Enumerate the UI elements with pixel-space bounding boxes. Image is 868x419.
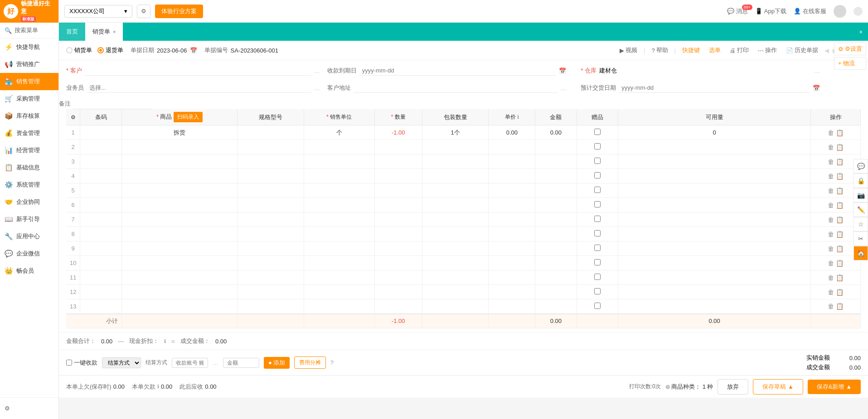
app-download-link[interactable]: 📱 App下载 [755,7,786,15]
operation-button[interactable]: ⋯ 操作 [755,45,780,55]
expected-date-input[interactable] [619,83,810,93]
tab-home[interactable]: 首页 [59,23,85,41]
online-service-link[interactable]: 👤 在线客服 [794,7,826,15]
sidebar-item-apps[interactable]: 🔧 应用中心 [0,228,58,245]
sidebar-item-collab[interactable]: 🤝 企业协同 [0,193,58,211]
delete-row-icon[interactable]: 🗑 [828,274,834,281]
select-button[interactable]: 选单 [706,45,723,55]
tab-sales-order[interactable]: 销货单 × [85,23,123,41]
gift-checkbox-2[interactable] [594,158,601,164]
delete-row-icon[interactable]: 🗑 [828,289,834,296]
save-new-button[interactable]: 保存&新增 ▲ [808,380,861,394]
sidebar-item-quick-nav[interactable]: ⚡ 快捷导航 [0,39,58,56]
payment-method-select[interactable]: 结算方式 [102,357,141,368]
payment-date-input[interactable] [359,66,557,76]
scan-button[interactable]: 扫码录入 [174,112,203,122]
notes-input[interactable] [73,98,152,109]
amount-input[interactable] [223,358,259,368]
settings-side-btn[interactable]: ⚙ ⚙设置 [834,43,866,55]
delete-row-icon[interactable]: 🗑 [828,231,834,238]
address-dots-icon[interactable]: … [560,85,566,92]
sidebar-item-purchase[interactable]: 🛒 采购管理 [0,90,58,107]
gift-checkbox-8[interactable] [594,245,601,251]
tab-close-icon[interactable]: × [113,29,116,34]
copy-row-icon[interactable]: 📋 [836,173,844,180]
delete-row-icon[interactable]: 🗑 [828,158,834,165]
gift-checkbox-0[interactable] [594,129,601,135]
float-btn-5[interactable]: ☆ [853,217,868,231]
user-avatar[interactable] [834,5,846,18]
discard-button[interactable]: 放弃 [718,379,748,395]
delete-row-icon[interactable]: 🗑 [828,245,834,252]
delete-row-icon[interactable]: 🗑 [828,202,834,209]
delete-row-icon[interactable]: 🗑 [828,173,834,180]
copy-row-icon[interactable]: 📋 [836,158,844,165]
goods-type-info[interactable]: ⊙ 商品种类： 1 种 [665,383,713,391]
history-button[interactable]: 📄 历史单据 [783,45,821,55]
video-button[interactable]: ▶ 视频 [617,45,640,55]
logistics-side-btn[interactable]: + 物流 [834,57,866,70]
gift-checkbox-1[interactable] [594,143,601,149]
copy-row-icon[interactable]: 📋 [836,202,844,209]
gift-checkbox-10[interactable] [594,274,601,280]
account-dots-icon[interactable]: … [213,359,218,366]
float-btn-4[interactable]: ✏️ [853,202,868,217]
sidebar-item-guide[interactable]: 📖 新手引导 [0,211,58,228]
sidebar-settings-btn[interactable]: ⚙ [0,401,58,415]
gift-checkbox-12[interactable] [594,303,601,309]
salesperson-input[interactable] [87,83,311,93]
customer-input[interactable] [85,66,311,76]
gift-checkbox-3[interactable] [594,172,601,178]
copy-row-icon[interactable]: 📋 [836,303,844,310]
trial-button[interactable]: 体验行业方案 [155,5,203,18]
sidebar-item-finance[interactable]: 💰 资金管理 [0,125,58,142]
sales-order-radio[interactable]: 销货单 [66,46,92,54]
delete-row-icon[interactable]: 🗑 [828,129,834,136]
one-click-checkbox-input[interactable] [66,360,72,366]
customer-dots-icon[interactable]: … [314,67,320,74]
price-info-icon[interactable]: ℹ [517,114,519,120]
shortcut-button[interactable]: 快捷键 [679,45,703,55]
gift-checkbox-7[interactable] [594,230,601,236]
payment-date-calendar-icon[interactable]: 📅 [559,67,566,74]
copy-row-icon[interactable]: 📋 [836,231,844,238]
float-btn-1[interactable]: 💬 [853,159,868,173]
warehouse-dots-icon[interactable]: … [814,67,820,74]
expense-split-button[interactable]: 费用分摊 [294,356,326,369]
sidebar-item-system[interactable]: ⚙️ 系统管理 [0,176,58,193]
delete-row-icon[interactable]: 🗑 [828,303,834,310]
copy-row-icon[interactable]: 📋 [836,187,844,194]
help-button[interactable]: ? 帮助 [649,45,670,55]
salesperson-dots-icon[interactable]: … [314,85,320,92]
gift-checkbox-4[interactable] [594,187,601,193]
message-area[interactable]: 💬 消息 99+ [727,7,748,15]
return-order-radio[interactable]: 退货单 [97,46,123,54]
copy-row-icon[interactable]: 📋 [836,289,844,296]
sidebar-item-wechat[interactable]: 💬 企业微信 [0,245,58,262]
copy-row-icon[interactable]: 📋 [836,216,844,223]
add-payment-button[interactable]: ● 添加 [264,357,290,369]
search-menu-item[interactable]: 🔍 搜索菜单 [0,23,58,39]
question-icon[interactable]: ? [330,359,334,366]
copy-row-icon[interactable]: 📋 [836,274,844,281]
sidebar-item-sales[interactable]: 🏪 销售管理 [0,73,58,90]
discount-info-icon[interactable]: ℹ [164,338,166,344]
float-btn-3[interactable]: 📷 [853,188,868,202]
copy-row-icon[interactable]: 📋 [836,129,844,136]
sidebar-item-marketing[interactable]: 📢 营销推广 [0,56,58,73]
print-button[interactable]: 🖨 打印 [727,45,752,55]
gift-checkbox-6[interactable] [594,216,601,222]
delete-row-icon[interactable]: 🗑 [828,260,834,267]
copy-row-icon[interactable]: 📋 [836,144,844,151]
expected-date-calendar-icon[interactable]: 📅 [813,85,820,92]
delete-row-icon[interactable]: 🗑 [828,187,834,194]
sidebar-item-basic-info[interactable]: 📋 基础信息 [0,159,58,176]
one-click-payment-checkbox[interactable]: 一键收款 [66,359,97,367]
save-draft-button[interactable]: 保存草稿 ▲ [753,379,803,395]
float-btn-7[interactable]: 🏠 [853,246,868,260]
company-selector[interactable]: XXXXXX公司 ▾ [64,5,132,18]
copy-row-icon[interactable]: 📋 [836,245,844,252]
sidebar-item-management[interactable]: 📊 经营管理 [0,142,58,159]
account-input[interactable] [172,358,208,368]
gift-checkbox-11[interactable] [594,288,601,294]
